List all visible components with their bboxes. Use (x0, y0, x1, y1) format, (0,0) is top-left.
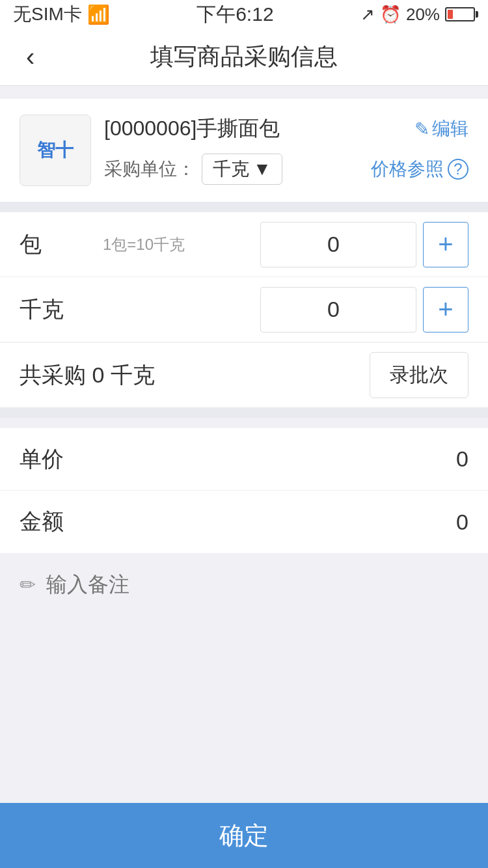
alarm-icon: ⏰ (380, 5, 401, 25)
status-left: 无SIM卡 📶 (13, 2, 110, 27)
product-image: 智十 (20, 115, 91, 186)
status-right: ↗ ⏰ 20% (360, 5, 475, 25)
product-unit-row: 采购单位： 千克 ▼ 价格参照 ? (104, 154, 468, 185)
nav-title: 填写商品采购信息 (150, 41, 338, 73)
notes-section[interactable]: ✏ (0, 553, 488, 616)
product-card: 智十 [0000006]手撕面包 ✎ 编辑 采购单位： 千克 ▼ 价格参照 ? (0, 99, 488, 202)
price-section: 单价 0 金额 0 (0, 428, 488, 553)
nav-bar: ‹ 填写商品采购信息 (0, 29, 488, 86)
edit-button[interactable]: ✎ 编辑 (414, 116, 468, 141)
kg-label: 千克 (20, 295, 98, 325)
status-bar: 无SIM卡 📶 下午6:12 ↗ ⏰ 20% (0, 0, 488, 29)
batch-button[interactable]: 录批次 (370, 352, 468, 398)
pencil-icon: ✏ (20, 573, 36, 596)
kg-input[interactable] (260, 287, 416, 332)
amount-row: 金额 0 (0, 491, 488, 553)
unit-price-label: 单价 (20, 444, 64, 474)
edit-label: 编辑 (432, 116, 468, 141)
chevron-down-icon: ▼ (253, 159, 271, 180)
unit-selector[interactable]: 千克 ▼ (202, 154, 282, 185)
unit-label: 采购单位： 千克 ▼ (104, 154, 282, 185)
location-icon: ↗ (360, 5, 375, 25)
battery-fill (448, 10, 453, 19)
carrier-text: 无SIM卡 (13, 2, 82, 27)
kg-plus-button[interactable]: + (423, 287, 468, 332)
separator-2 (0, 407, 488, 418)
pack-plus-button[interactable]: + (423, 222, 468, 267)
pack-label: 包 (20, 230, 98, 260)
status-time: 下午6:12 (197, 1, 273, 28)
unit-value: 千克 (213, 157, 249, 182)
help-icon: ? (448, 159, 468, 180)
product-info: [0000006]手撕面包 ✎ 编辑 采购单位： 千克 ▼ 价格参照 ? (104, 115, 468, 185)
summary-row: 共采购 0 千克 录批次 (0, 342, 488, 407)
back-button[interactable]: ‹ (20, 36, 41, 78)
amount-value: 0 (456, 509, 468, 535)
unit-price-value: 0 (456, 446, 468, 472)
input-section: 包 1包=10千克 + 千克 + 共采购 0 千克 录批次 (0, 212, 488, 407)
battery-icon (445, 7, 475, 21)
product-name: [0000006]手撕面包 (104, 115, 280, 143)
pack-input-row: 包 1包=10千克 + (0, 212, 488, 277)
amount-label: 金额 (20, 507, 64, 537)
confirm-button[interactable]: 确定 (0, 803, 488, 868)
notes-input[interactable] (46, 573, 468, 597)
bottom-area: 确定 (0, 803, 488, 868)
pack-sub-label: 1包=10千克 (103, 234, 185, 255)
unit-price-row: 单价 0 (0, 428, 488, 491)
wifi-icon: 📶 (87, 4, 110, 25)
pack-input-wrap: + (185, 222, 468, 267)
kg-input-wrap: + (98, 287, 468, 332)
battery-percent: 20% (406, 5, 440, 25)
separator-1 (0, 202, 488, 212)
product-header: [0000006]手撕面包 ✎ 编辑 (104, 115, 468, 143)
summary-text: 共采购 0 千克 (20, 360, 155, 390)
edit-icon: ✎ (414, 118, 429, 140)
price-ref-label: 价格参照 (371, 157, 444, 182)
product-image-text: 智十 (37, 138, 74, 163)
kg-input-row: 千克 + (0, 277, 488, 342)
pack-input[interactable] (260, 222, 416, 267)
price-ref-button[interactable]: 价格参照 ? (371, 157, 468, 182)
